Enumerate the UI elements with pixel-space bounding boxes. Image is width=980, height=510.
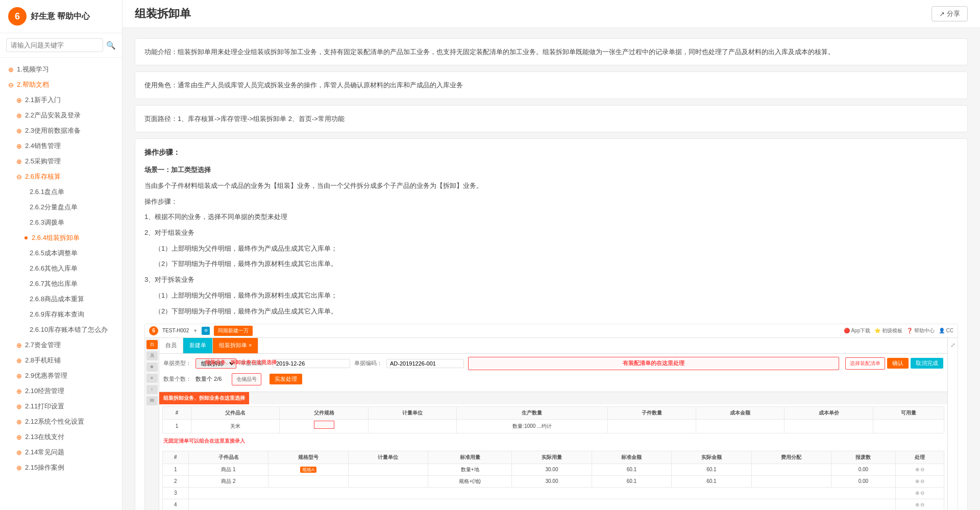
topbar: 组装拆卸单 ↗ 分享 [122,0,980,28]
mock-icon-6: 间 [146,396,158,405]
path-text: 页面路径：1、库存核算->库存管理->组装拆卸单 2、首页->常用功能 [144,115,345,123]
nav-plus-icon: ⊕ [16,158,22,165]
mock-apply-btn[interactable]: 实发处理 [270,374,302,384]
mock-upper-table-area: # 父件品名 父件规格 计量单位 生产数量 子件数量 成本金额 成本单价 [159,404,947,435]
nav-plus-icon: ⊕ [16,449,22,456]
mock-th2-unit: 计量单位 [348,451,428,464]
scene1-desc: 当由多个子件材料组装成一个成品的业务为【组装】业务，当由一个父件拆分成多个子产品… [144,180,958,192]
nav-label: 2.6.8商品成本重算 [30,295,84,304]
sidebar-item-data[interactable]: ⊕2.3使用前数据准备 [0,123,122,138]
sidebar-item-mobile[interactable]: ⊕2.8手机旺铺 [0,353,122,368]
mock-td2-name2: 商品 2 [188,475,268,487]
sidebar-item-stock_query[interactable]: 2.6.9库存账本查询 [0,307,122,322]
mock-tab-assembly[interactable]: 组装拆卸单 × [213,338,258,353]
nav-plus-icon: ⊕ [16,464,22,472]
mock-code-input[interactable] [386,359,464,368]
sidebar-item-goods_cost[interactable]: 2.6.8商品成本重算 [0,292,122,307]
nav-label: 2.6.10库存账本错了怎么办 [30,325,108,334]
mock-row-ops4: ⊕ ⊖ [915,502,925,507]
nav-plus-icon: ⊕ [16,96,22,104]
mock-th-pspec: 父件规格 [280,406,368,419]
mock-new-btn[interactable]: 同期新建一万 [214,326,253,336]
steps-label: 操作步骤： [144,196,958,208]
search-icon[interactable]: 🔍 [106,41,116,50]
sidebar-item-inventory[interactable]: ⊖2.6库存核算 [0,169,122,184]
annotation-no-bom: 无固定清单可以组合在这里直接录入 [163,436,943,446]
mock-tab-home[interactable]: 自员 [159,338,183,353]
mock-th-sub: 子件数量 [607,406,696,419]
share-icon: ↗ [939,10,945,18]
nav-label: 2.7资金管理 [25,341,61,350]
sidebar-item-install[interactable]: ⊕2.2产品安装及登录 [0,108,122,123]
sidebar-item-stock_error[interactable]: 2.6.10库存账本错了怎么办 [0,322,122,337]
sidebar-item-print[interactable]: ⊕2.11打印设置 [0,399,122,414]
sidebar-item-ops[interactable]: ⊕2.10经营管理 [0,383,122,399]
mock-td2-name1: 商品 1 [188,464,268,475]
mock-type-label: 单据类型： [163,358,191,369]
nav-label: 2.3使用前数据准备 [25,126,81,135]
sidebar-item-newbie[interactable]: ⊕2.1新手入门 [0,92,122,108]
mock-cancel-btn[interactable]: 取消完成 [911,358,943,369]
nav-label: 2.1新手入门 [25,95,61,105]
sidebar-item-other_in[interactable]: 2.6.6其他入库单 [0,261,122,276]
mock-icon-1: 自 [146,340,158,349]
mock-lower-table: # 子件品名 规格型号 计量单位 标准用量 实际用量 标准金额 实际金额 [162,451,944,510]
mock-th-cost: 成本金额 [696,406,785,419]
search-area: 🔍 [0,33,122,58]
nav-plus-icon: ⊕ [16,112,22,119]
sidebar-item-cost_adj[interactable]: 2.6.5成本调整单 [0,246,122,261]
nav-label: 2.12系统个性化设置 [25,417,84,426]
sidebar-item-system[interactable]: ⊕2.12系统个性化设置 [0,414,122,429]
sidebar-item-purchase[interactable]: ⊕2.5采购管理 [0,154,122,169]
step2-2: （2）下部明细为子件明细，最终作为原材料生成其它出库单。 [144,258,958,271]
sidebar-item-stocktake[interactable]: 2.6.1盘点单 [0,184,122,200]
nav-plus-icon: ⊕ [16,127,22,135]
nav-plus-icon: ⊕ [16,403,22,410]
share-button[interactable]: ↗ 分享 [932,6,968,21]
mock-date-input[interactable] [273,359,350,368]
mock-td-name: 关米 [191,419,280,433]
mock-expand-icon[interactable]: ⤢ [950,340,955,351]
mock-company: TEST-H002 [162,326,189,335]
mock-th-num: # [163,406,191,419]
mock-bom-area: 选择装配清单 确认 取消完成 [845,357,943,370]
scene1-title: 场景一：加工类型选择 [144,164,958,177]
mock-code-label: 单据编码： [354,358,382,369]
sidebar-item-assembly[interactable]: 2.6.4组装拆卸单 [0,230,122,246]
sidebar-item-cases[interactable]: ⊕2.15操作案例 [0,460,122,475]
content-area: 功能介绍：组装拆卸单用来处理企业组装或拆卸等加工业务，支持有固定装配清单的产品加… [122,28,980,510]
sidebar-item-other_out[interactable]: 2.6.7其他出库单 [0,276,122,292]
mock-lower-table-area: # 子件品名 规格型号 计量单位 标准用量 实际用量 标准金额 实际金额 [159,447,947,510]
path-box: 页面路径：1、库存核算->库存管理->组装拆卸单 2、首页->常用功能 [135,105,968,132]
intro-text: 功能介绍：组装拆卸单用来处理企业组装或拆卸等加工业务，支持有固定装配清单的产品加… [144,48,835,56]
mock-count-label: 数量个数： [163,374,191,384]
mock-warehouse-box: 仓储品号 [232,373,261,385]
sidebar-item-video[interactable]: ⊕1.视频学习 [0,62,122,77]
sidebar-item-payment[interactable]: ⊕2.13在线支付 [0,429,122,445]
mock-bom-btn[interactable]: 选择装配清单 [845,357,885,370]
mock-td-spec [280,419,368,433]
sidebar-item-adjustment[interactable]: 2.6.3调拨单 [0,215,122,230]
nav-plus-icon: ⊕ [16,372,22,380]
mock-user: 👤 CC [939,326,953,335]
nav-label: 2.帮助文档 [17,80,49,89]
nav-plus-icon: ⊕ [16,387,22,395]
mock-tab-new[interactable]: 新建单 [183,338,213,353]
mock-app-dl: 🔴 App下载 [844,326,870,335]
step3: 3、对于拆装业务 [144,274,958,286]
search-input[interactable] [6,38,103,52]
sidebar-item-finance[interactable]: ⊕2.7资金管理 [0,337,122,353]
mock-count-val: 数量个 2/6 [195,374,222,384]
sidebar-item-docs[interactable]: ⊖2.帮助文档 [0,77,122,92]
sidebar-item-coupon[interactable]: ⊕2.9优惠券管理 [0,368,122,383]
nav-label: 2.13在线支付 [25,432,64,442]
mock-confirm-btn[interactable]: 确认 [887,358,909,369]
nav-plus-icon: ⊕ [16,418,22,426]
step2-1: （1）上部明细为父件明细，最终作为产成品生成其它入库单； [144,242,958,255]
nav-label: 2.6.3调拨单 [30,218,64,227]
sidebar-item-sales[interactable]: ⊕2.4销售管理 [0,138,122,154]
sidebar-item-split_stocktake[interactable]: 2.6.2分量盘点单 [0,200,122,215]
mock-row-ops3: ⊕ ⊖ [915,490,925,496]
main-content: 组装拆卸单 ↗ 分享 功能介绍：组装拆卸单用来处理企业组装或拆卸等加工业务，支持… [122,0,980,510]
sidebar-item-faq[interactable]: ⊕2.14常见问题 [0,445,122,460]
